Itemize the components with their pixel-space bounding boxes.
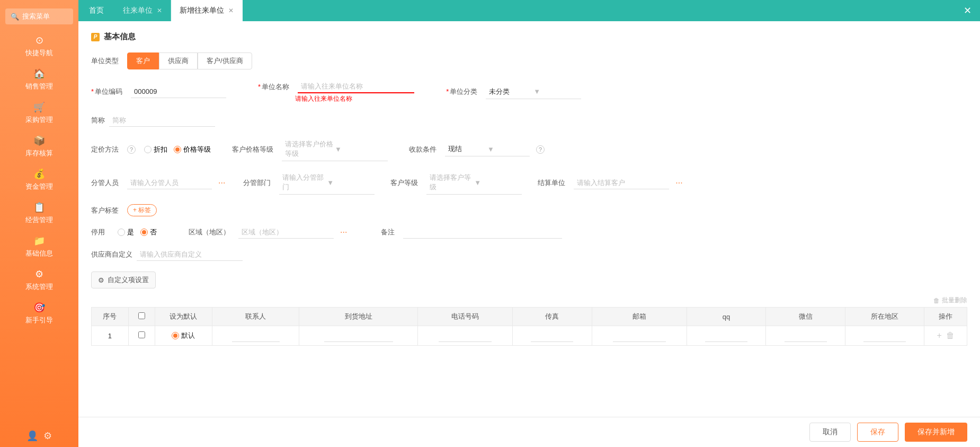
batch-delete-btn[interactable]: 🗑 批量删除 <box>933 296 967 305</box>
btn-both[interactable]: 客户/供应商 <box>198 52 252 69</box>
qq-input[interactable] <box>705 329 747 342</box>
department-select[interactable]: 请输入分管部门 ▼ <box>279 171 375 195</box>
customer-level-select[interactable]: 请选择客户等级 ▼ <box>426 171 522 195</box>
default-radio[interactable]: 默认 <box>161 331 207 340</box>
delete-row-button[interactable]: 🗑 <box>946 331 955 340</box>
add-row-button[interactable]: + <box>937 331 942 340</box>
cell-fax <box>513 326 592 346</box>
settlement-unit-input[interactable] <box>574 177 669 189</box>
tab-new-unit-close[interactable]: ✕ <box>228 7 234 14</box>
unit-name-label: 单位名称 <box>258 82 289 92</box>
payment-terms-help-icon[interactable]: ? <box>536 145 545 154</box>
close-all-tabs[interactable]: ✕ <box>955 5 980 16</box>
col-wechat: 微信 <box>766 308 845 326</box>
sidebar-item-purchase[interactable]: 🛒 采购管理 <box>0 95 78 129</box>
sidebar-item-inventory[interactable]: 📦 库存核算 <box>0 129 78 162</box>
unit-name-input[interactable] <box>298 80 414 93</box>
radio-yes[interactable]: 是 <box>118 227 134 237</box>
sidebar-item-finance[interactable]: 💰 资金管理 <box>0 162 78 196</box>
payment-terms-value: 现结 <box>448 144 487 154</box>
cell-qq <box>687 326 766 346</box>
tab-home[interactable]: 首页 <box>78 0 114 21</box>
btn-customer[interactable]: 客户 <box>127 52 159 69</box>
short-name-input[interactable] <box>109 114 215 127</box>
cell-checkbox <box>128 326 155 346</box>
sidebar-item-label: 快捷导航 <box>25 48 53 58</box>
settlement-dots[interactable]: ··· <box>673 178 684 188</box>
department-label: 分管部门 <box>243 178 271 188</box>
tab-units-close[interactable]: ✕ <box>157 7 162 14</box>
sidebar-item-label: 采购管理 <box>25 115 53 125</box>
email-input[interactable] <box>613 329 666 342</box>
wechat-input[interactable] <box>785 329 827 342</box>
contact-input[interactable] <box>232 329 280 342</box>
customer-price-level-select[interactable]: 请选择客户价格等级 ▼ <box>282 137 388 161</box>
row-checkbox[interactable] <box>138 331 145 338</box>
tab-home-label: 首页 <box>89 6 104 15</box>
customer-level-placeholder: 请选择客户等级 <box>430 173 474 192</box>
radio-yes-label: 是 <box>127 227 134 237</box>
purchase-icon: 🛒 <box>33 101 46 113</box>
sidebar-item-quick-nav[interactable]: ⊙ 快捷导航 <box>0 29 78 62</box>
cell-email <box>592 326 687 346</box>
payment-terms-select[interactable]: 现结 ▼ <box>445 142 530 156</box>
settings-bottom-icon[interactable]: ⚙ <box>43 430 52 442</box>
save-new-button[interactable]: 保存并新增 <box>905 423 967 442</box>
sidebar-item-sales[interactable]: 🏠 销售管理 <box>0 62 78 95</box>
quick-nav-icon: ⊙ <box>33 34 46 47</box>
tab-units[interactable]: 往来单位 ✕ <box>114 0 171 21</box>
col-default: 设为默认 <box>155 308 212 326</box>
address-input[interactable] <box>324 329 393 342</box>
radio-price-level[interactable]: 价格等级 <box>174 145 211 154</box>
sidebar-bottom: 👤 ⚙ <box>0 425 78 447</box>
section-title-icon: P <box>91 33 100 41</box>
radio-price-level-label: 价格等级 <box>183 145 211 154</box>
row-action-group: + 🗑 <box>930 331 961 340</box>
select-all-checkbox[interactable] <box>138 312 145 319</box>
radio-discount[interactable]: 折扣 <box>144 145 167 154</box>
manager-input[interactable] <box>127 177 212 189</box>
sidebar-item-basic[interactable]: 📁 基础信息 <box>0 229 78 262</box>
unit-code-input[interactable] <box>131 85 226 98</box>
table-header-row: 序号 设为默认 联系人 到货地址 电话号码 传真 邮箱 qq 微信 所在地区 操… <box>92 308 967 326</box>
sidebar: 🔍 搜索菜单 ⊙ 快捷导航 🏠 销售管理 🛒 采购管理 📦 库存核算 💰 资金管… <box>0 0 78 447</box>
unit-name-inner: 单位名称 <box>258 80 414 93</box>
unit-category-select[interactable]: 未分类 ▼ <box>486 85 581 99</box>
sidebar-item-label: 库存核算 <box>25 148 53 158</box>
radio-price-level-circle <box>174 146 181 153</box>
sidebar-item-guide[interactable]: 🎯 新手引导 <box>0 296 78 329</box>
radio-no[interactable]: 否 <box>140 227 157 237</box>
sidebar-item-system[interactable]: ⚙ 系统管理 <box>0 262 78 296</box>
pricing-row: 定价方法 ? 折扣 价格等级 客户价格等级 请选择客户价格等级 <box>91 137 967 161</box>
pricing-help-icon[interactable]: ? <box>127 145 136 154</box>
payment-terms-label: 收款条件 <box>409 145 436 154</box>
btn-supplier[interactable]: 供应商 <box>159 52 198 69</box>
customer-level-field: 客户等级 请选择客户等级 ▼ <box>390 171 522 195</box>
fax-input[interactable] <box>531 329 573 342</box>
row-region-input[interactable] <box>863 329 906 342</box>
gear-icon: ⚙ <box>98 276 104 284</box>
supplier-custom-input[interactable] <box>137 248 243 261</box>
batch-delete: 🗑 批量删除 <box>91 296 967 305</box>
manager-dots[interactable]: ··· <box>216 178 227 188</box>
region-input[interactable] <box>238 226 334 239</box>
search-menu[interactable]: 🔍 搜索菜单 <box>5 8 73 24</box>
custom-settings-button[interactable]: ⚙ 自定义项设置 <box>91 271 156 288</box>
supplier-custom-row: 供应商自定义 <box>91 248 967 261</box>
add-tag-button[interactable]: + 标签 <box>127 204 157 216</box>
user-icon[interactable]: 👤 <box>26 430 38 442</box>
save-button[interactable]: 保存 <box>857 423 898 442</box>
tab-units-label: 往来单位 <box>123 6 153 15</box>
col-email: 邮箱 <box>592 308 687 326</box>
region-dots[interactable]: ··· <box>338 227 349 237</box>
sidebar-item-operations[interactable]: 📋 经营管理 <box>0 196 78 229</box>
tab-new-unit[interactable]: 新增往来单位 ✕ <box>171 0 243 21</box>
remarks-input[interactable] <box>403 226 562 239</box>
unit-code-label: 单位编码 <box>91 87 122 97</box>
phone-input[interactable] <box>439 329 492 342</box>
cell-actions: + 🗑 <box>924 326 967 346</box>
customer-price-level-placeholder: 请选择客户价格等级 <box>285 139 335 159</box>
unit-code-field: 单位编码 <box>91 85 226 98</box>
disabled-radio-group: 是 否 <box>118 227 157 237</box>
cancel-button[interactable]: 取消 <box>809 423 851 442</box>
